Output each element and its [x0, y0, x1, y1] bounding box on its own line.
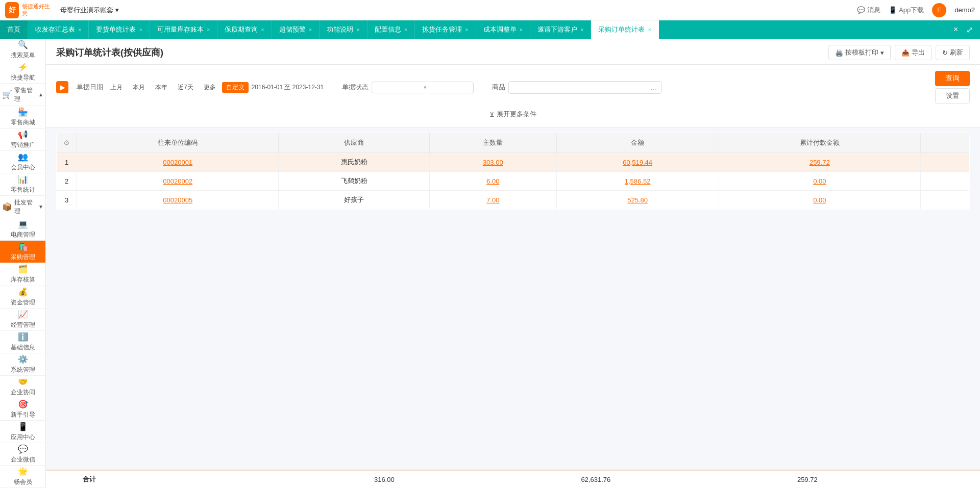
- retail-icon: 🛒: [2, 90, 12, 99]
- table-body: 1 00020001 惠氏奶粉 303.00 60,519.44 259.72 …: [57, 153, 970, 210]
- tab-yaoqing[interactable]: 邀请下游客户 ×: [530, 20, 591, 39]
- footer-empty-2: [222, 471, 292, 488]
- expand-more-button[interactable]: ⊻ 展开更多条件: [56, 108, 970, 121]
- message-label: 消息: [867, 6, 880, 15]
- sidebar-item-collab[interactable]: 🤝 企业协同: [0, 376, 45, 398]
- status-select[interactable]: ▾: [372, 82, 474, 93]
- shortcut-more[interactable]: 更多: [200, 82, 220, 93]
- sidebar-item-inventory-label: 库存核算: [11, 275, 35, 284]
- member2-icon: 🌟: [18, 467, 28, 476]
- app-icon: 📱: [889, 6, 897, 14]
- filter-toggle-button[interactable]: ▶: [56, 81, 68, 93]
- row-index: 3: [57, 191, 77, 210]
- filter-row-1: ▶ 单据日期 上月 本月 本年 近7天 更多 自定义 2016-01-01 至: [56, 71, 970, 104]
- tab-jianhuo[interactable]: 拣货任务管理 ×: [415, 20, 476, 39]
- sidebar-item-retailstat[interactable]: 📊 零售统计: [0, 173, 45, 196]
- sidebar-item-finance[interactable]: 💰 资金管理: [0, 286, 45, 309]
- sidebar-item-guide[interactable]: 🎯 新手引导: [0, 398, 45, 421]
- sidebar-item-quicknav-label: 快捷导航: [11, 73, 35, 82]
- row-paid[interactable]: 0.00: [719, 172, 920, 191]
- query-actions: 查询 设置: [935, 71, 970, 104]
- nav-close-icon[interactable]: ×: [950, 24, 961, 35]
- refresh-button[interactable]: ↻ 刷新: [936, 45, 970, 60]
- row-amount[interactable]: 1,586.52: [556, 172, 719, 191]
- tab-yaohuo-close-icon[interactable]: ×: [139, 27, 142, 33]
- sidebar-item-sysadmin[interactable]: ⚙️ 系统管理: [0, 353, 45, 376]
- sidebar-item-inventory[interactable]: 🗂️ 库存核算: [0, 263, 45, 286]
- workspace-name: 母婴行业演示账套: [60, 6, 113, 15]
- sidebar-item-retailshop[interactable]: 🏪 零售商城: [0, 106, 45, 129]
- sidebar-item-operations[interactable]: 📈 经营管理: [0, 309, 45, 331]
- goods-input[interactable]: [513, 84, 648, 91]
- row-code[interactable]: 00020001: [77, 153, 279, 172]
- sidebar-item-appcenter[interactable]: 📱 应用中心: [0, 421, 45, 443]
- search-menu-icon: 🔍: [18, 40, 28, 49]
- row-paid[interactable]: 259.72: [719, 153, 920, 172]
- tab-chaochuyujing-close-icon[interactable]: ×: [309, 27, 312, 33]
- tab-jianhuo-close-icon[interactable]: ×: [465, 27, 468, 33]
- message-action[interactable]: 💬 消息: [857, 6, 880, 15]
- shortcut-7days[interactable]: 近7天: [174, 82, 198, 93]
- sidebar-item-basicinfo[interactable]: ℹ️ 基础信息: [0, 331, 45, 353]
- sidebar-item-wholesale[interactable]: 📦 批发管理 ▼: [0, 196, 45, 218]
- settings-button[interactable]: 设置: [935, 88, 970, 104]
- shortcut-this-year[interactable]: 本年: [151, 82, 172, 93]
- shortcut-this-month[interactable]: 本月: [129, 82, 149, 93]
- sidebar-item-purchase[interactable]: 🛍️ 采购管理: [0, 241, 45, 263]
- column-settings-icon[interactable]: ⚙: [63, 139, 70, 147]
- sidebar-item-quicknav[interactable]: ⚡ 快捷导航: [0, 61, 45, 84]
- footer-label: 合计: [77, 471, 222, 488]
- nav-actions: × ⤢: [950, 24, 980, 36]
- row-qty[interactable]: 7.00: [429, 191, 556, 210]
- app-download-action[interactable]: 📱 App下载: [889, 6, 924, 15]
- tab-yaoqing-close-icon[interactable]: ×: [580, 27, 583, 33]
- tab-peizhi-close-icon[interactable]: ×: [404, 27, 407, 33]
- tab-peizhi[interactable]: 配置信息 ×: [368, 20, 415, 39]
- tab-chengben[interactable]: 成本调整单 ×: [476, 20, 530, 39]
- tab-chengben-close-icon[interactable]: ×: [520, 27, 523, 33]
- row-code[interactable]: 00020005: [77, 191, 279, 210]
- tab-baozhi-close-icon[interactable]: ×: [261, 27, 264, 33]
- row-code[interactable]: 00020002: [77, 172, 279, 191]
- sidebar-item-weixin[interactable]: 💬 企业微信: [0, 443, 45, 466]
- row-amount[interactable]: 60,519.44: [556, 153, 719, 172]
- user-avatar[interactable]: E: [932, 3, 946, 17]
- export-button[interactable]: 📤 导出: [895, 45, 932, 60]
- tab-gongneng-close-icon[interactable]: ×: [356, 27, 359, 33]
- tab-shoufacun[interactable]: 收发存汇总表 ×: [28, 20, 89, 39]
- sidebar-item-member[interactable]: 👥 会员中心: [0, 151, 45, 173]
- nav-expand-icon[interactable]: ⤢: [963, 24, 976, 36]
- tab-caigou-close-icon[interactable]: ×: [648, 27, 651, 33]
- goods-more-icon[interactable]: …: [650, 84, 657, 91]
- tab-jianhuo-label: 拣货任务管理: [422, 25, 462, 34]
- sidebar-item-finance-label: 资金管理: [11, 298, 35, 307]
- row-paid[interactable]: 0.00: [719, 191, 920, 210]
- sidebar-item-search[interactable]: 🔍 搜索菜单: [0, 39, 45, 61]
- print-button[interactable]: 🖨️ 按模板打印 ▾: [828, 45, 891, 60]
- tab-gongneng[interactable]: 功能说明 ×: [320, 20, 367, 39]
- tab-shoufacun-close-icon[interactable]: ×: [78, 27, 81, 33]
- tab-yaohuo[interactable]: 要货单统计表 ×: [89, 20, 150, 39]
- query-button[interactable]: 查询: [935, 71, 970, 86]
- sidebar-item-retail[interactable]: 🛒 零售管理 ▲: [0, 84, 45, 106]
- weixin-icon: 💬: [18, 444, 28, 454]
- row-amount[interactable]: 525.80: [556, 191, 719, 210]
- shortcut-last-month[interactable]: 上月: [106, 82, 127, 93]
- tab-chaochuyujing[interactable]: 超储预警 ×: [272, 20, 320, 39]
- status-chevron-icon: ▾: [424, 84, 469, 91]
- tab-home[interactable]: 首页: [0, 20, 28, 39]
- appcenter-icon: 📱: [18, 422, 28, 431]
- tab-keyongliang[interactable]: 可用量库存账本 ×: [150, 20, 217, 39]
- tab-baozhi[interactable]: 保质期查询 ×: [217, 20, 272, 39]
- row-qty[interactable]: 6.00: [429, 172, 556, 191]
- row-supplier: 惠氏奶粉: [279, 153, 430, 172]
- tab-caigou-active[interactable]: 采购订单统计表 ×: [591, 20, 658, 39]
- row-qty[interactable]: 303.00: [429, 153, 556, 172]
- sidebar-item-member2[interactable]: 🌟 畅会员: [0, 466, 45, 488]
- date-separator: 至: [284, 84, 292, 91]
- workspace-selector[interactable]: 母婴行业演示账套 ▾: [56, 4, 123, 17]
- sidebar-item-ecommerce[interactable]: 💻 电商管理: [0, 218, 45, 241]
- custom-date-tag[interactable]: 自定义: [222, 82, 249, 93]
- tab-keyongliang-close-icon[interactable]: ×: [207, 27, 210, 33]
- sidebar-item-marketing[interactable]: 📢 营销推广: [0, 129, 45, 151]
